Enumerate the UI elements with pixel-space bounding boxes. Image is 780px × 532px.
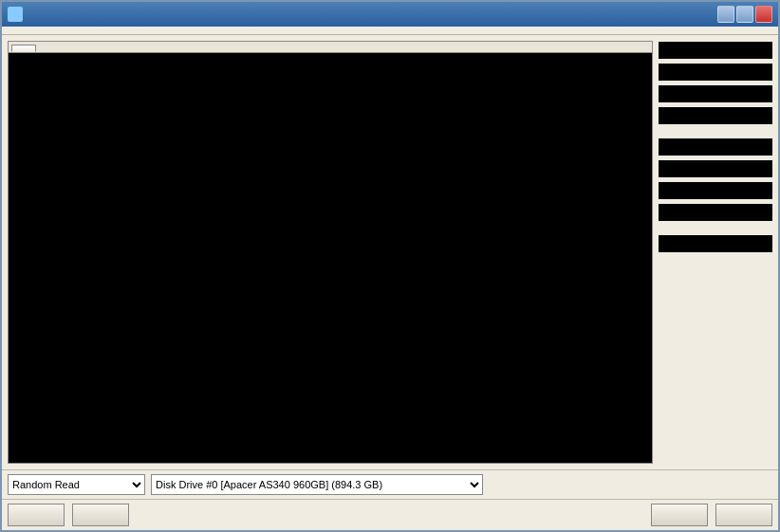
test-type-select[interactable]: Random Read [8,474,145,495]
menu-options[interactable] [25,28,40,32]
stat-cpu-minimum [659,159,772,177]
cpu-maximum-value [659,182,772,199]
drive-select[interactable]: Disk Drive #0 [Apacer AS340 960GB] (894.… [151,474,483,495]
stat-block-size [659,234,772,252]
start-button[interactable] [8,504,65,526]
stat-maximum [659,84,772,102]
save-button[interactable] [651,504,708,526]
close-button[interactable] [755,6,772,23]
chart-panel [8,41,653,464]
average-value [659,107,772,124]
cpu-current-value [659,138,772,156]
maximize-button[interactable] [736,6,753,23]
button-bar [2,499,778,530]
stat-average [659,106,772,124]
window-controls [717,6,772,23]
stat-cpu-maximum [659,181,772,199]
main-window: Random Read Disk Drive #0 [Apacer AS340 … [0,0,780,532]
main-content [2,35,778,469]
chart-container [9,53,652,463]
maximum-value [659,85,772,102]
block-size-value [659,235,772,252]
stop-button[interactable] [72,504,129,526]
app-icon [8,7,23,22]
clear-button[interactable] [715,504,772,526]
tab-bar [9,42,652,53]
stat-cpu-current [659,138,772,156]
minimum-value [659,64,772,81]
stats-panel [659,41,772,464]
stat-current [659,41,772,59]
menu-bar [2,27,778,35]
cpu-minimum-value [659,160,772,177]
stat-cpu-average [659,203,772,221]
tab-random-read[interactable] [11,45,36,52]
minimize-button[interactable] [717,6,734,23]
current-value [659,42,772,59]
stat-minimum [659,63,772,81]
cpu-average-value [659,204,772,221]
title-bar [2,2,778,27]
menu-file[interactable] [6,28,21,32]
bottom-controls: Random Read Disk Drive #0 [Apacer AS340 … [2,469,778,499]
